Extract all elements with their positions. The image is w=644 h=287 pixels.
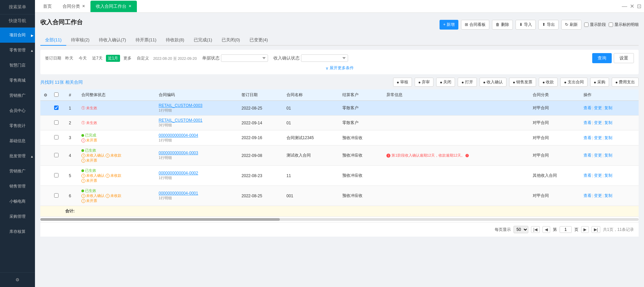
income-confirm-button[interactable]: ● 收入确认 — [480, 78, 506, 87]
sales-invoice-button[interactable]: ● 销售发票 — [509, 78, 536, 87]
set-button[interactable]: 设置 — [614, 53, 634, 63]
sidebar-item-basic-info[interactable]: 基础信息 — [0, 133, 35, 149]
first-page-button[interactable]: |◀ — [531, 226, 540, 233]
filter-tab-pending-invoice[interactable]: 待开票(11) — [131, 35, 161, 45]
copy-button[interactable]: 复制 — [604, 106, 612, 110]
expense-contract-button[interactable]: ● 支出合同 — [560, 78, 587, 87]
scrollbar-thumb[interactable] — [40, 218, 280, 221]
view-button[interactable]: 查看 — [583, 135, 592, 140]
review-button[interactable]: ● 审核 — [393, 78, 412, 87]
date-yesterday[interactable]: 昨天 — [63, 55, 75, 62]
view-button[interactable]: 查看 — [583, 153, 592, 158]
purchase-button[interactable]: ● 采购 — [590, 78, 609, 87]
sidebar-item-marketing2[interactable]: 营销推广 — [0, 164, 35, 179]
select-all-checkbox[interactable] — [54, 92, 59, 97]
copy-button[interactable]: 复制 — [604, 153, 612, 158]
contract-code-link[interactable]: 0000000000004-0004 — [159, 133, 198, 138]
contract-code-link[interactable]: 0000000000004-0003 — [159, 151, 198, 155]
sidebar-item-retail-mgmt[interactable]: 零售管理 ▲ — [0, 43, 35, 58]
abandon-review-button[interactable]: ● 弃审 — [415, 78, 433, 87]
row-gear[interactable] — [40, 130, 51, 146]
expand-more-conditions[interactable]: ∨ 展开更多条件 — [326, 65, 354, 71]
expense-output-button[interactable]: ● 费用支出 — [612, 78, 639, 87]
edit-button[interactable]: 变更 — [594, 120, 602, 125]
new-button[interactable]: + 新增 — [440, 20, 458, 30]
refresh-button[interactable]: ↻ 刷新 — [561, 20, 581, 30]
edit-button[interactable]: 变更 — [594, 106, 602, 110]
edit-button[interactable]: 变更 — [594, 193, 602, 198]
filter-tab-all[interactable]: 全部(11) — [40, 35, 66, 46]
date-1month[interactable]: 近1月 — [106, 55, 120, 62]
export-button[interactable]: ⬆ 导出 — [538, 20, 559, 30]
filter-tab-changed[interactable]: 已变更(4) — [245, 35, 273, 45]
view-button[interactable]: 查看 — [583, 173, 592, 178]
tab-contract-category[interactable]: 合同分类 ✕ — [57, 1, 90, 12]
sidebar-item-member[interactable]: 会员中心 — [0, 103, 35, 118]
close-icon[interactable]: ✕ — [630, 3, 634, 9]
sidebar-item-ecom[interactable]: 小畅电商 — [0, 194, 35, 209]
sidebar-search[interactable]: 搜索菜单 — [0, 0, 35, 14]
sidebar-item-purchase[interactable]: 采购管理 — [0, 209, 35, 224]
row-gear[interactable] — [40, 186, 51, 206]
per-page-select[interactable]: 50 — [514, 226, 528, 233]
row-checkbox[interactable] — [54, 135, 59, 139]
tab-home[interactable]: 首页 — [38, 1, 57, 12]
edit-button[interactable]: 变更 — [594, 153, 602, 158]
view-button[interactable]: 查看 — [583, 106, 592, 110]
sidebar-item-marketing[interactable]: 营销推广 — [0, 88, 35, 103]
tab-income-contract[interactable]: 收入合同工作台 ✕ — [90, 1, 137, 12]
copy-button[interactable]: 复制 — [604, 193, 612, 198]
edit-button[interactable]: 变更 — [594, 135, 602, 140]
query-button[interactable]: 查询 — [592, 53, 612, 63]
copy-button[interactable]: 复制 — [604, 135, 612, 140]
prev-page-button[interactable]: ◀ — [542, 226, 550, 233]
open-contract-button[interactable]: ● 打开 — [458, 78, 477, 87]
row-checkbox[interactable] — [54, 106, 59, 110]
current-page-input[interactable] — [560, 226, 572, 233]
last-page-button[interactable]: ▶| — [592, 226, 600, 233]
status-select[interactable] — [221, 54, 268, 62]
view-button[interactable]: 查看 — [583, 120, 592, 125]
sidebar-item-retail-mall[interactable]: 零售商城 — [0, 73, 35, 88]
filter-tab-pending-confirm[interactable]: 待收入确认(7) — [94, 35, 131, 45]
sidebar-quick-nav[interactable]: 快捷导航 — [0, 14, 35, 28]
kanban-button[interactable]: ⊞ 合同看板 — [461, 20, 489, 30]
horizontal-scrollbar[interactable] — [40, 218, 639, 221]
sidebar-settings[interactable]: ⚙ — [0, 272, 35, 287]
receive-payment-button[interactable]: ● 收款 — [539, 78, 558, 87]
th-gear[interactable]: ⚙ — [40, 89, 51, 101]
filter-tab-pending-review[interactable]: 待审核(2) — [66, 35, 94, 45]
row-checkbox[interactable] — [54, 173, 59, 177]
sidebar-item-retail-stats[interactable]: 零售统计 — [0, 118, 35, 133]
close-contract-button[interactable]: ● 关闭 — [436, 78, 455, 87]
row-gear[interactable] — [40, 166, 51, 186]
date-more[interactable]: 更多 — [121, 55, 134, 62]
import-button[interactable]: ⬇ 导入 — [516, 20, 536, 30]
delete-button[interactable]: 🗑 删除 — [492, 20, 513, 30]
row-gear[interactable] — [40, 101, 51, 116]
sidebar-item-sales-mgmt[interactable]: 销售管理 — [0, 179, 35, 194]
sidebar-item-inventory[interactable]: 库存核算 — [0, 224, 35, 239]
maximize-icon[interactable]: ⊡ — [637, 3, 641, 9]
date-today[interactable]: 今天 — [77, 55, 89, 62]
contract-code-link[interactable]: RETAIL_CUSTOM-0001 — [159, 118, 202, 123]
next-page-button[interactable]: ▶ — [581, 226, 589, 233]
contract-code-link[interactable]: RETAIL_CUSTOM-0003 — [159, 103, 202, 108]
filter-tab-completed[interactable]: 已完成(1) — [189, 35, 217, 45]
row-gear[interactable] — [40, 146, 51, 166]
copy-button[interactable]: 复制 — [604, 120, 612, 125]
sidebar-item-project-contract[interactable]: 项目合同 ▶ — [0, 28, 35, 43]
filter-tab-pending-receive[interactable]: 待收款(8) — [161, 35, 189, 45]
show-fields-checkbox[interactable]: 显示阶段 — [584, 22, 606, 28]
contract-code-link[interactable]: 0000000000004-0001 — [159, 191, 198, 196]
sidebar-item-smart-store[interactable]: 智慧门店 — [0, 58, 35, 73]
close-tab-income-contract[interactable]: ✕ — [128, 4, 131, 8]
row-checkbox[interactable] — [54, 120, 59, 125]
row-checkbox[interactable] — [54, 193, 59, 198]
view-button[interactable]: 查看 — [583, 193, 592, 198]
confirm-status-select[interactable] — [301, 54, 348, 62]
date-custom[interactable]: 自定义 — [135, 55, 151, 62]
date-7days[interactable]: 近7天 — [90, 55, 105, 62]
filter-tab-closed[interactable]: 已关闭(0) — [217, 35, 245, 45]
minus-icon[interactable]: — — [622, 3, 627, 9]
